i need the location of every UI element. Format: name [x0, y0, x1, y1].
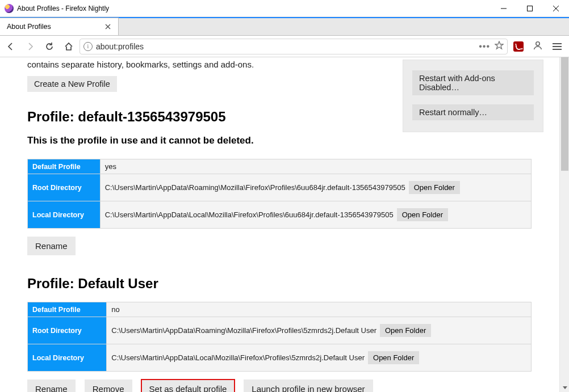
profile-table: Default Profile yes Root Directory C:\Us…	[27, 159, 532, 229]
th-root-dir: Root Directory	[28, 317, 107, 344]
tab-close-button[interactable]	[102, 21, 114, 32]
window-close-button[interactable]	[543, 0, 569, 17]
scroll-down-arrow[interactable]	[560, 382, 569, 392]
content-area: contains separate history, bookmarks, se…	[0, 57, 559, 392]
tab-label: About Profiles	[7, 23, 51, 31]
tab-strip: About Profiles	[0, 17, 569, 36]
remove-button[interactable]: Remove	[85, 380, 132, 392]
th-default-profile: Default Profile	[28, 159, 101, 174]
td-default-value: yes	[100, 159, 531, 174]
th-local-dir: Local Directory	[28, 344, 107, 372]
url-bar[interactable]: i about:profiles •••	[80, 39, 508, 54]
back-button[interactable]	[2, 38, 19, 55]
home-button[interactable]	[60, 38, 77, 55]
th-local-dir: Local Directory	[28, 201, 101, 229]
set-default-profile-button[interactable]: Set as default profile	[141, 380, 235, 392]
open-local-folder-button[interactable]: Open Folder	[397, 208, 448, 221]
local-dir-path: C:\Users\Martin\AppData\Local\Mozilla\Fi…	[105, 210, 394, 219]
rename-button[interactable]: Rename	[27, 380, 76, 392]
local-dir-path: C:\Users\Martin\AppData\Local\Mozilla\Fi…	[111, 353, 365, 362]
bookmark-star-icon[interactable]	[495, 41, 504, 52]
th-root-dir: Root Directory	[28, 174, 101, 201]
reload-button[interactable]	[41, 38, 58, 55]
rename-button[interactable]: Rename	[27, 237, 76, 255]
nav-toolbar: i about:profiles •••	[0, 36, 569, 57]
ublock-icon[interactable]	[510, 38, 527, 55]
open-local-folder-button[interactable]: Open Folder	[368, 351, 419, 364]
svg-marker-6	[495, 41, 503, 49]
vertical-scrollbar[interactable]	[559, 57, 569, 392]
url-text: about:profiles	[96, 42, 144, 51]
root-dir-path: C:\Users\Martin\AppData\Roaming\Mozilla\…	[105, 183, 405, 192]
firefox-nightly-icon	[5, 4, 14, 13]
restart-normally-button[interactable]: Restart normally…	[412, 104, 534, 120]
account-icon[interactable]	[529, 38, 546, 55]
tab-about-profiles[interactable]: About Profiles	[0, 18, 119, 35]
profile-in-use-msg: This is the profile in use and it cannot…	[27, 135, 559, 146]
scrollbar-thumb[interactable]	[561, 57, 568, 171]
td-default-value: no	[107, 302, 532, 317]
create-profile-button[interactable]: Create a New Profile	[27, 76, 117, 92]
restart-addons-disabled-button[interactable]: Restart with Add-ons Disabled…	[412, 70, 534, 95]
svg-rect-1	[528, 6, 533, 11]
page-actions-icon[interactable]: •••	[479, 41, 490, 52]
forward-button[interactable]	[22, 38, 39, 55]
root-dir-path: C:\Users\Martin\AppData\Roaming\Mozilla\…	[111, 326, 376, 335]
open-root-folder-button[interactable]: Open Folder	[409, 181, 460, 194]
restart-panel: Restart with Add-ons Disabled… Restart n…	[403, 60, 543, 132]
open-root-folder-button[interactable]: Open Folder	[380, 324, 431, 337]
launch-profile-button[interactable]: Launch profile in new browser	[244, 380, 373, 392]
th-default-profile: Default Profile	[28, 302, 107, 317]
svg-point-7	[536, 42, 539, 45]
svg-marker-8	[563, 386, 567, 389]
profile-table: Default Profile no Root Directory C:\Use…	[27, 302, 532, 372]
app-menu-button[interactable]	[549, 38, 566, 55]
window-maximize-button[interactable]	[517, 0, 543, 17]
url-actions: •••	[479, 41, 504, 52]
window-minimize-button[interactable]	[491, 0, 517, 17]
profile-title: Profile: Default User	[27, 276, 559, 292]
window-title: About Profiles - Firefox Nightly	[17, 5, 109, 12]
window-titlebar: About Profiles - Firefox Nightly	[0, 0, 569, 17]
site-info-icon[interactable]: i	[83, 42, 93, 51]
